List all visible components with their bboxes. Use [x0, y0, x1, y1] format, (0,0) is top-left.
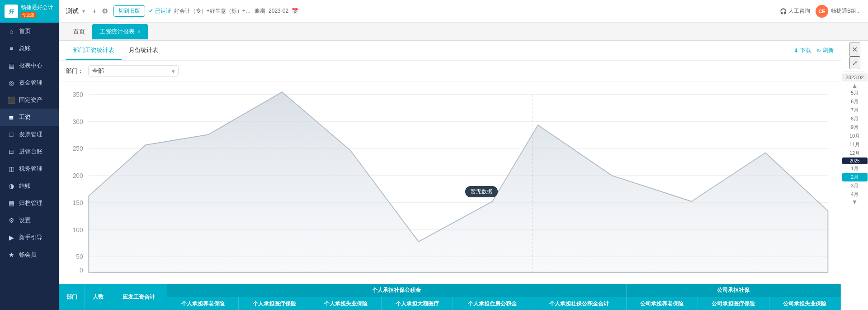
sidebar-item-tax[interactable]: ◫ 税务管理 — [0, 160, 59, 177]
sidebar-item-home[interactable]: ⌂ 首页 — [0, 23, 59, 40]
period-label: 账期 2023-02 📅 — [255, 7, 299, 15]
col-individual-pension: 个人承担养老保险 — [167, 297, 239, 310]
panel-divider — [844, 71, 865, 72]
svg-text:50: 50 — [76, 253, 83, 260]
switch-version-button[interactable]: 切到旧版 — [113, 5, 145, 17]
topbar-right: 🎧 人工咨询 CE 畅捷通B组... — [780, 5, 861, 18]
subtabs: 部门工资统计表 月份统计表 ⬇ 下载 ↻ 刷新 — [59, 41, 841, 61]
col-company-unemployment: 公司承担失业保险 — [769, 297, 840, 310]
table-area: 部门 人数 应发工资合计 个人承担社保公积金 公司承担社保 个人承担养老保险 个… — [59, 283, 841, 310]
tab-payroll-report[interactable]: 工资统计报表 × — [92, 24, 148, 39]
sidebar-item-close[interactable]: ◑ 结账 — [0, 177, 59, 195]
col-company-medical: 公司承担医疗保险 — [698, 297, 769, 310]
svg-text:250: 250 — [73, 145, 83, 152]
logo-badge: 专业版 — [21, 12, 36, 18]
sidebar-item-payroll[interactable]: ≣ 工资 — [0, 109, 59, 126]
user-area[interactable]: CE 畅捷通B组... — [816, 5, 861, 18]
filter-bar: 部门： 全部 研发部 销售部 财务部 — [59, 61, 841, 81]
next-year-button[interactable]: ▼ — [852, 199, 858, 205]
sidebar-item-archive[interactable]: ▤ 归档管理 — [0, 195, 59, 212]
month-4[interactable]: 4月 — [842, 190, 868, 199]
service-button[interactable]: 🎧 人工咨询 — [780, 7, 810, 15]
archive-icon: ▤ — [7, 200, 15, 207]
svg-text:350: 350 — [73, 91, 83, 98]
col-individual-medical: 个人承担医疗保险 — [239, 297, 310, 310]
svg-marker-16 — [89, 92, 828, 272]
invoice-icon: □ — [7, 131, 15, 138]
month-8[interactable]: 8月 — [842, 114, 868, 123]
guide-icon: ▶ — [7, 234, 15, 241]
col-salary: 应发工资合计 — [111, 284, 167, 310]
sidebar-item-ledger[interactable]: ≡ 总账 — [0, 40, 59, 57]
prev-year-button[interactable]: ▲ — [852, 82, 858, 89]
sidebar-logo: 好 畅捷通好会计 专业版 — [0, 0, 59, 23]
sidebar: 好 畅捷通好会计 专业版 ⌂ 首页 ≡ 总账 ▦ 报表中心 ◎ 资金管理 ⬛ 固… — [0, 0, 59, 310]
company-title: 测试 — [66, 7, 79, 15]
headset-icon: 🎧 — [780, 8, 787, 14]
capital-icon: ◎ — [7, 79, 15, 86]
tab-close-icon[interactable]: × — [137, 29, 141, 35]
subtab-monthly[interactable]: 月份统计表 — [122, 42, 165, 60]
month-3[interactable]: 3月 — [842, 181, 868, 190]
month-10[interactable]: 10月 — [842, 132, 868, 140]
sidebar-item-assets[interactable]: ⬛ 固定资产 — [0, 91, 59, 109]
refresh-button[interactable]: ↻ 刷新 — [816, 47, 834, 54]
dept-filter-label: 部门： — [66, 67, 84, 75]
topbar-tags: ✔ 已认证 好会计（专）+好生意（标）+… — [149, 7, 250, 15]
tab-home[interactable]: 首页 — [66, 24, 92, 39]
col-individual-housing: 个人承担住房公积金 — [453, 297, 532, 310]
col-individual-unemployment: 个人承担失业保险 — [310, 297, 382, 310]
sidebar-item-guide[interactable]: ▶ 新手引导 — [0, 229, 59, 246]
calendar-icon[interactable]: 📅 — [292, 8, 298, 14]
col-group-company: 公司承担社保 — [626, 284, 840, 297]
chart-svg: 350 300 250 200 150 100 50 0 — [66, 86, 834, 278]
col-dept: 部门 — [59, 284, 85, 310]
month-1[interactable]: 1月 — [842, 164, 868, 173]
avatar: CE — [816, 5, 828, 18]
sidebar-item-sales[interactable]: ⊟ 进销台账 — [0, 143, 59, 160]
sidebar-item-invoice[interactable]: □ 发票管理 — [0, 126, 59, 143]
username: 畅捷通B组... — [831, 7, 861, 15]
download-icon: ⬇ — [794, 48, 798, 54]
member-icon: ★ — [7, 251, 15, 258]
product-tags: 好会计（专）+好生意（标）+… — [174, 7, 251, 15]
dept-filter-wrap: 全部 研发部 销售部 财务部 — [88, 65, 179, 76]
date-picker: 2023.02 ▲ 5月 6月 7月 8月 9月 10月 11月 12月 202… — [842, 73, 868, 205]
sidebar-item-reports[interactable]: ▦ 报表中心 — [0, 57, 59, 74]
chart-container: 350 300 250 200 150 100 50 0 — [66, 86, 834, 278]
col-group-individual: 个人承担社保公积金 — [167, 284, 627, 297]
settings-icon: ⚙ — [7, 217, 15, 224]
col-individual-total: 个人承担社保公积金合计 — [532, 297, 626, 310]
col-count: 人数 — [85, 284, 111, 310]
subtab-dept[interactable]: 部门工资统计表 — [66, 42, 122, 60]
tabbar: 首页 工资统计报表 × — [59, 23, 868, 41]
logo-icon: 好 — [5, 5, 18, 18]
panel-close-button[interactable]: ✕ — [849, 43, 860, 57]
subtab-actions: ⬇ 下载 ↻ 刷新 — [794, 47, 834, 54]
home-icon: ⌂ — [7, 28, 15, 35]
month-7[interactable]: 7月 — [842, 106, 868, 114]
reports-icon: ▦ — [7, 62, 15, 69]
panel-expand-button[interactable]: ⤢ — [849, 57, 860, 69]
month-11[interactable]: 11月 — [842, 140, 868, 149]
sidebar-item-member[interactable]: ★ 畅会员 — [0, 246, 59, 263]
download-button[interactable]: ⬇ 下载 — [794, 47, 811, 54]
month-2[interactable]: 2月 — [842, 173, 868, 181]
payroll-icon: ≣ — [7, 114, 15, 121]
month-6[interactable]: 6月 — [842, 97, 868, 106]
refresh-icon: ↻ — [816, 48, 821, 54]
month-12[interactable]: 12月 — [842, 149, 868, 157]
svg-text:150: 150 — [73, 199, 83, 206]
settings-button[interactable]: ⚙ — [100, 5, 110, 17]
dept-filter-select[interactable]: 全部 研发部 销售部 财务部 — [88, 65, 179, 76]
sidebar-item-settings[interactable]: ⚙ 设置 — [0, 212, 59, 229]
month-list: 5月 6月 7月 8月 9月 10月 11月 12月 2025 1月 2月 3月… — [842, 89, 868, 199]
add-button[interactable]: + — [90, 5, 98, 17]
month-5[interactable]: 5月 — [842, 89, 868, 97]
month-9[interactable]: 9月 — [842, 123, 868, 132]
col-individual-major-medical: 个人承担大额医疗 — [382, 297, 453, 310]
main-area: 测试 ▾ + ⚙ 切到旧版 ✔ 已认证 好会计（专）+好生意（标）+… 账期 2… — [59, 0, 868, 310]
company-dropdown[interactable]: ▾ — [82, 8, 85, 14]
sidebar-item-capital[interactable]: ◎ 资金管理 — [0, 74, 59, 91]
svg-text:300: 300 — [73, 118, 83, 125]
